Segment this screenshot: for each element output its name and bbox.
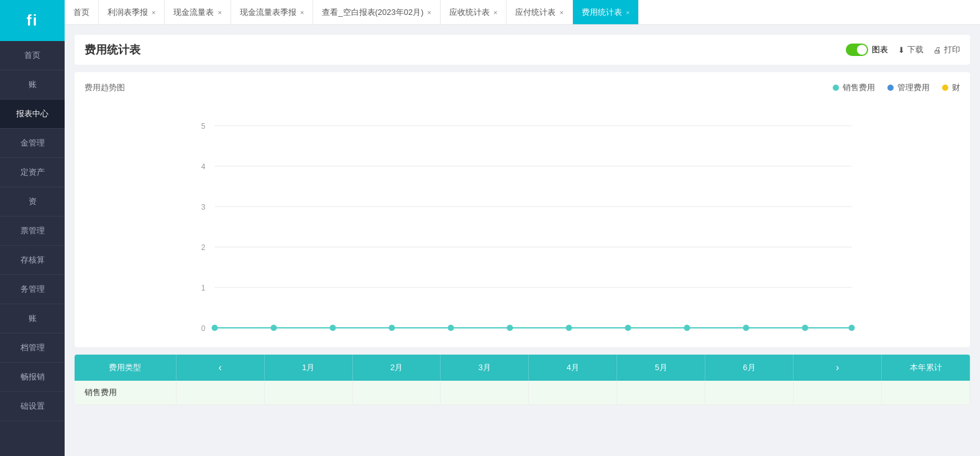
td-m6 <box>705 381 794 404</box>
print-button[interactable]: 🖨 打印 <box>933 44 960 55</box>
print-icon: 🖨 <box>933 45 941 55</box>
tab-receivable[interactable]: 应收统计表 × <box>441 0 506 24</box>
td-m1 <box>265 381 353 404</box>
svg-text:10月: 10月 <box>738 337 754 337</box>
th-next-btn[interactable]: › <box>794 355 882 381</box>
td-spacer <box>176 381 265 404</box>
svg-text:5月: 5月 <box>445 337 457 337</box>
svg-text:12月: 12月 <box>844 337 859 337</box>
sidebar-item-inventory[interactable]: 存核算 <box>0 246 65 275</box>
svg-point-16 <box>448 325 454 331</box>
sidebar: fi 首页 账 报表中心 金管理 定资产 资 票管理 存核算 务管理 账 档管理… <box>0 0 65 456</box>
legend-dot-finance <box>942 85 948 91</box>
sidebar-item-settings[interactable]: 础设置 <box>0 392 65 421</box>
next-month-icon[interactable]: › <box>836 362 839 373</box>
svg-point-17 <box>507 325 513 331</box>
chart-toggle[interactable] <box>846 44 868 56</box>
sidebar-item-invoice[interactable]: 票管理 <box>0 216 65 246</box>
sidebar-item-resource[interactable]: 资 <box>0 187 65 216</box>
th-prev-btn[interactable]: ‹ <box>176 355 265 381</box>
svg-text:8月: 8月 <box>622 337 634 337</box>
th-month-2: 2月 <box>353 355 441 381</box>
sidebar-item-reports[interactable]: 报表中心 <box>0 100 65 129</box>
svg-text:4月: 4月 <box>386 337 398 337</box>
tab-close-receivable[interactable]: × <box>493 9 497 16</box>
tab-bar: 首页 利润表季报 × 现金流量表 × 现金流量表季报 × 查看_空白报表(202… <box>65 0 980 25</box>
prev-month-icon[interactable]: ‹ <box>219 362 222 373</box>
chart-toggle-wrap[interactable]: 图表 <box>846 44 888 56</box>
tab-blank-report[interactable]: 查看_空白报表(2023年02月) × <box>313 0 441 24</box>
td-spacer2 <box>794 381 882 404</box>
th-type: 费用类型 <box>75 355 176 381</box>
tab-payable[interactable]: 应付统计表 × <box>506 0 572 24</box>
th-month-3: 3月 <box>441 355 529 381</box>
chart-legend: 销售费用 管理费用 财 <box>833 82 960 93</box>
legend-dot-sales <box>833 85 839 91</box>
legend-finance: 财 <box>942 82 960 93</box>
download-icon: ⬇ <box>898 45 905 55</box>
svg-text:6月: 6月 <box>504 337 516 337</box>
svg-point-15 <box>389 325 395 331</box>
svg-point-20 <box>684 325 690 331</box>
sidebar-item-home[interactable]: 首页 <box>0 41 65 70</box>
tab-cashflow-quarterly[interactable]: 现金流量表季报 × <box>231 0 313 24</box>
svg-point-12 <box>212 325 218 331</box>
tab-close-blank-report[interactable]: × <box>428 9 431 16</box>
table-header: 费用类型 ‹ 1月 2月 3月 4月 5月 <box>75 355 970 381</box>
svg-text:2月: 2月 <box>268 337 280 337</box>
svg-text:4: 4 <box>201 162 206 171</box>
sidebar-item-expense[interactable]: 畅报销 <box>0 363 65 392</box>
td-m5 <box>617 381 705 404</box>
td-m3 <box>441 381 529 404</box>
content-area: 费用统计表 图表 ⬇ 下载 🖨 打印 费用趋势图 <box>65 25 980 456</box>
th-month-4: 4月 <box>529 355 617 381</box>
svg-text:5: 5 <box>201 122 206 131</box>
chart-section: 费用趋势图 销售费用 管理费用 财 <box>75 72 970 347</box>
page-title: 费用统计表 <box>85 42 140 57</box>
tab-close-expense-stats[interactable]: × <box>626 9 630 16</box>
svg-text:11月: 11月 <box>797 337 813 337</box>
legend-dot-admin <box>887 85 894 91</box>
sidebar-item-service[interactable]: 务管理 <box>0 275 65 304</box>
chart-svg: 5 4 3 2 1 0 <box>85 101 960 337</box>
download-button[interactable]: ⬇ 下载 <box>898 44 923 55</box>
svg-text:1: 1 <box>201 284 206 292</box>
td-m4 <box>529 381 617 404</box>
sidebar-item-assets[interactable]: 定资产 <box>0 158 65 187</box>
svg-point-18 <box>566 325 572 331</box>
svg-text:1月: 1月 <box>209 337 221 337</box>
sidebar-item-ledger[interactable]: 账 <box>0 304 65 333</box>
tab-close-cashflow[interactable]: × <box>218 9 221 16</box>
chart-svg-container: 5 4 3 2 1 0 <box>85 101 960 337</box>
expense-table: 费用类型 ‹ 1月 2月 3月 4月 5月 <box>75 355 970 405</box>
sidebar-item-account[interactable]: 账 <box>0 70 65 100</box>
svg-text:3: 3 <box>201 203 206 212</box>
tab-close-payable[interactable]: × <box>559 9 563 16</box>
header-actions: 图表 ⬇ 下载 🖨 打印 <box>846 44 960 56</box>
sidebar-item-archive[interactable]: 档管理 <box>0 333 65 363</box>
th-month-5: 5月 <box>617 355 705 381</box>
legend-admin: 管理费用 <box>887 82 930 93</box>
tab-expense-stats[interactable]: 费用统计表 × <box>573 0 639 24</box>
th-ytd-total: 本年累计 <box>882 355 970 381</box>
main-area: 首页 利润表季报 × 现金流量表 × 现金流量表季报 × 查看_空白报表(202… <box>65 0 980 456</box>
tab-close-cashflow-quarterly[interactable]: × <box>300 9 304 16</box>
table-row: 销售费用 <box>75 381 970 405</box>
svg-point-23 <box>849 325 855 331</box>
sidebar-item-fund[interactable]: 金管理 <box>0 129 65 158</box>
legend-sales: 销售费用 <box>833 82 875 93</box>
svg-text:2: 2 <box>201 243 206 252</box>
tab-cashflow[interactable]: 现金流量表 × <box>165 0 231 24</box>
tab-home[interactable]: 首页 <box>65 0 99 24</box>
th-month-1: 1月 <box>265 355 353 381</box>
svg-point-22 <box>802 325 808 331</box>
svg-text:7月: 7月 <box>563 337 575 337</box>
td-ytd <box>882 381 970 404</box>
svg-text:0: 0 <box>201 324 206 333</box>
th-month-6: 6月 <box>705 355 794 381</box>
tab-close-profit-quarterly[interactable]: × <box>152 9 155 16</box>
svg-point-14 <box>330 325 336 331</box>
tab-profit-quarterly[interactable]: 利润表季报 × <box>99 0 165 24</box>
page-header: 费用统计表 图表 ⬇ 下载 🖨 打印 <box>75 35 970 65</box>
chart-toggle-label: 图表 <box>872 44 888 55</box>
